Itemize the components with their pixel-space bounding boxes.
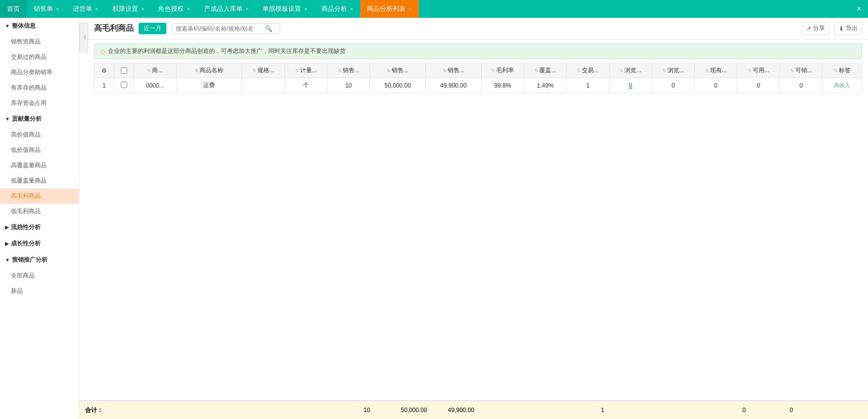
footer-cell-saleable <box>815 407 862 414</box>
cell-sales-amount: 50,000.00 <box>370 78 426 93</box>
col-sales-qty[interactable]: ⇅ 销售... <box>327 63 370 78</box>
cell-browse1[interactable]: 0 <box>609 78 652 93</box>
col-coverage[interactable]: ⇅ 覆盖... <box>524 63 566 78</box>
footer-cell-spacer2 <box>202 407 249 414</box>
sort-icon: ⇅ <box>748 68 752 73</box>
sidebar-item-high-margin[interactable]: 高毛利商品 <box>0 188 79 204</box>
sort-icon: ⇅ <box>663 68 666 73</box>
content-area: 《 高毛利商品 近一月 🔍 ↗ 分享 <box>79 18 868 419</box>
sidebar-section-overall[interactable]: ▼ 整体信息 <box>0 18 79 34</box>
goods-table: ⚙ ⇅ <box>94 63 862 93</box>
settings-icon[interactable]: ⚙ <box>102 67 107 74</box>
nav-product-in[interactable]: 产成品入库单 × <box>197 0 255 18</box>
sidebar-item-high-value[interactable]: 高价值商品 <box>0 127 79 142</box>
sidebar-section-contribution[interactable]: ▼ 贡献量分析 <box>0 111 79 127</box>
sort-icon: ⇅ <box>834 68 838 73</box>
nav-template[interactable]: 单据模板设置 × <box>255 0 314 18</box>
sidebar-item-in-stock[interactable]: 有库存的商品 <box>0 80 79 95</box>
col-transaction[interactable]: ⇅ 交易... <box>566 63 609 78</box>
nav-purchase[interactable]: 进货单 × <box>66 0 105 18</box>
search-input[interactable] <box>176 25 265 32</box>
close-role-tab[interactable]: × <box>187 6 190 12</box>
footer-cell-browse1 <box>626 407 673 414</box>
footer-cell-coverage <box>532 407 579 414</box>
table-header-row: ⚙ ⇅ <box>95 63 862 78</box>
sort-icon: ⇅ <box>577 68 581 73</box>
col-code[interactable]: ⇅ 商... <box>134 63 176 78</box>
sort-icon: ⇅ <box>295 68 299 73</box>
sidebar-item-high-coverage[interactable]: 高覆盖量商品 <box>0 158 79 173</box>
select-all-checkbox[interactable] <box>121 67 127 74</box>
cell-browse2: 0 <box>652 78 695 93</box>
col-stock-current[interactable]: ⇅ 现有... <box>695 63 737 78</box>
tag-label: 高收入 <box>834 82 850 88</box>
col-browse2[interactable]: ⇅ 浏览... <box>652 63 695 78</box>
footer-values: 10 50,000.00 49,900.00 1 0 0 <box>154 407 862 414</box>
sort-icon: ⇅ <box>790 68 794 73</box>
col-stock-available[interactable]: ⇅ 可用... <box>737 63 780 78</box>
col-browse1[interactable]: ⇅ 浏览... <box>609 63 652 78</box>
col-name[interactable]: ⇅ 商品名称 <box>176 63 242 78</box>
sidebar-item-sales-goods[interactable]: 销售览商品 <box>0 34 79 49</box>
sort-icon: ⇅ <box>619 68 623 73</box>
cell-name: 运费 <box>176 78 242 93</box>
close-template-tab[interactable]: × <box>304 6 307 12</box>
sidebar-item-new-goods[interactable]: 新品 <box>0 283 79 299</box>
share-icon: ↗ <box>806 25 811 32</box>
sidebar-item-traded-goods[interactable]: 交易过的商品 <box>0 49 79 65</box>
col-sales-profit[interactable]: ⇅ 销售... <box>425 63 481 78</box>
sort-icon: ⇅ <box>491 68 495 73</box>
main-layout: ▼ 整体信息 销售览商品 交易过的商品 商品分类助销率 有库存的商品 库存资金占… <box>0 18 868 419</box>
sidebar-item-low-value[interactable]: 低价值商品 <box>0 142 79 158</box>
filter-recent-month-button[interactable]: 近一月 <box>139 23 166 34</box>
close-purchase-tab[interactable]: × <box>95 6 98 12</box>
col-gross-margin[interactable]: ⇅ 毛利率 <box>481 63 524 78</box>
sidebar: ▼ 整体信息 销售览商品 交易过的商品 商品分类助销率 有库存的商品 库存资金占… <box>0 18 79 419</box>
col-checkbox <box>114 63 134 78</box>
sort-icon: ⇅ <box>387 68 391 73</box>
sort-icon: ⇅ <box>147 68 151 73</box>
close-product-in-tab[interactable]: × <box>246 6 249 12</box>
window-close-button[interactable]: × <box>850 0 868 18</box>
cell-code: 0000... <box>134 78 176 93</box>
sidebar-section-growth[interactable]: ▶ 成长性分析 <box>0 235 79 252</box>
nav-role[interactable]: 角色授权 × <box>151 0 197 18</box>
arrow-trend: ▶ <box>5 225 9 230</box>
sidebar-item-stock-capital[interactable]: 库存资金占用 <box>0 95 79 111</box>
close-sales-tab[interactable]: × <box>56 6 59 12</box>
nav-permission[interactable]: 权限设置 × <box>105 0 151 18</box>
col-spec[interactable]: ⇅ 规格... <box>242 63 285 78</box>
export-icon: ⬇ <box>839 25 844 32</box>
cell-coverage: 1.49% <box>524 78 566 93</box>
col-sales-amount[interactable]: ⇅ 销售... <box>370 63 426 78</box>
share-button[interactable]: ↗ 分享 <box>802 22 829 35</box>
sidebar-section-marketing[interactable]: ▼ 营销推广分析 <box>0 252 79 268</box>
close-analysis-tab[interactable]: × <box>350 6 353 12</box>
export-button[interactable]: ⬇ 导出 <box>834 22 862 35</box>
col-stock-saleable[interactable]: ⇅ 可销... <box>780 63 822 78</box>
footer-sales-qty: 10 <box>343 407 390 414</box>
close-analysis-list-tab[interactable]: × <box>408 6 411 12</box>
sort-icon: ⇅ <box>534 68 538 73</box>
col-unit[interactable]: ⇅ 计量... <box>285 63 327 78</box>
nav-analysis-list[interactable]: 商品分析列表 × <box>360 0 418 18</box>
search-icon[interactable]: 🔍 <box>265 25 272 32</box>
cell-unit: 个 <box>285 78 327 93</box>
sidebar-section-trend[interactable]: ▶ 流趋性分析 <box>0 219 79 235</box>
search-container: 🔍 <box>171 23 280 34</box>
sidebar-collapse-button[interactable]: 《 <box>79 23 88 52</box>
table-row: 1 0000... 运费 个 10 50,000.00 49,900 <box>95 78 862 93</box>
nav-home[interactable]: 首页 <box>0 0 27 18</box>
nav-sales[interactable]: 销售单 × <box>27 0 66 18</box>
sidebar-item-low-coverage[interactable]: 低覆盖量商品 <box>0 173 79 188</box>
footer-cell-spacer4 <box>296 407 343 414</box>
close-permission-tab[interactable]: × <box>141 6 144 12</box>
row-checkbox[interactable] <box>121 82 127 88</box>
col-tag[interactable]: ⇅ 标签 <box>822 63 862 78</box>
sidebar-item-all-goods[interactable]: 全部商品 <box>0 268 79 283</box>
footer-transaction: 1 <box>579 407 626 414</box>
sidebar-item-low-margin[interactable]: 低毛利商品 <box>0 204 79 219</box>
sidebar-item-category-rate[interactable]: 商品分类助销率 <box>0 65 79 80</box>
cell-sales-profit: 49,900.00 <box>425 78 481 93</box>
nav-analysis[interactable]: 商品分析 × <box>314 0 360 18</box>
